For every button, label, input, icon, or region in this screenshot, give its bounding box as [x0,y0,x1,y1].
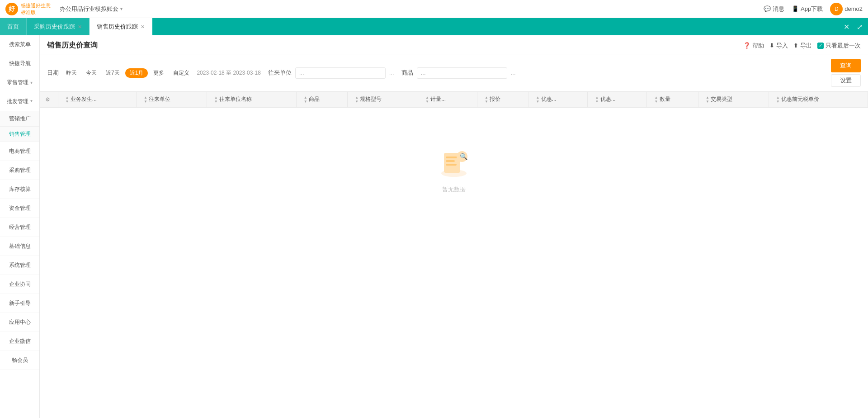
page-title: 销售历史价查询 [47,41,98,50]
only-last-checkbox[interactable]: ✓ [817,43,824,49]
user-avatar: D [830,3,843,15]
date-7days[interactable]: 近7天 [102,68,123,78]
help-label: 帮助 [752,42,764,50]
goods-filter-label: 商品 [401,69,413,77]
date-range: 2023-02-18 至 2023-03-18 [197,69,260,77]
sidebar-purchase-label: 采购管理 [9,166,31,174]
tab-sales-close[interactable]: ✕ [141,24,145,30]
sidebar-item-enterprise[interactable]: 企业协同 [0,275,39,294]
sidebar-item-operations[interactable]: 经营管理 [0,218,39,237]
th-partner-code[interactable]: ▲▼ 往来单位 [136,92,207,108]
user-area[interactable]: D demo2 [830,3,863,15]
sidebar-retail-label: 零售管理 [7,79,28,86]
th-pretax-price[interactable]: ▲▼ 优惠前无税单价 [769,92,868,108]
sidebar-item-marketing[interactable]: 营销推广 [0,111,39,127]
date-more[interactable]: 更多 [150,68,168,78]
sidebar-item-finance[interactable]: 资金管理 [0,199,39,218]
logo-area: 好 畅捷通好生意 标准版 [5,2,51,15]
date-custom[interactable]: 自定义 [170,68,193,78]
partner-input[interactable] [295,67,386,79]
sidebar-search-label: 搜索菜单 [9,41,31,48]
sidebar-item-wholesale[interactable]: 批发管理 ▴ [0,92,39,111]
partner-filter-label: 往来单位 [268,69,292,77]
th-discount2[interactable]: ▲▼ 优惠... [588,92,647,108]
import-icon: ⬇ [769,42,774,49]
import-button[interactable]: ⬇ 导入 [769,42,788,50]
sidebar-item-shortcut[interactable]: 快捷导航 [0,54,39,73]
empty-icon: 🔍 [436,144,472,180]
sidebar-item-guide[interactable]: 新手引导 [0,294,39,313]
sidebar-item-basic[interactable]: 基础信息 [0,237,39,256]
sidebar-item-app-center[interactable]: 应用中心 [0,313,39,332]
close-all-icon[interactable]: ✕ [842,21,851,33]
only-last-label: 只看最后一次 [826,42,861,50]
main-layout: 搜索菜单 快捷导航 零售管理 ▾ 批发管理 ▴ 营销推广 销售管理 电商管理 采… [0,35,868,418]
app-download-action[interactable]: 📱 App下载 [792,5,823,13]
query-button[interactable]: 查询 [831,59,861,72]
date-yesterday[interactable]: 昨天 [62,68,80,78]
partner-dots: ... [389,70,394,76]
sidebar-item-sales-mgmt[interactable]: 销售管理 [0,127,39,142]
sort-unit: ▲▼ [425,95,429,104]
sidebar-item-ecommerce[interactable]: 电商管理 [0,142,39,161]
app-download-icon: 📱 [792,5,799,12]
sidebar-item-member[interactable]: 畅会员 [0,351,39,370]
filter-area: 日期 昨天 今天 近7天 近1月 更多 自定义 2023-02-18 至 202… [40,54,868,92]
th-goods[interactable]: ▲▼ 商品 [296,92,347,108]
th-quote[interactable]: ▲▼ 报价 [477,92,528,108]
retail-arrow-icon: ▾ [30,80,33,85]
sidebar-item-search[interactable]: 搜索菜单 [0,35,39,54]
logo-text: 畅捷通好生意 标准版 [21,2,51,15]
sidebar-guide-label: 新手引导 [9,299,31,307]
tab-home-label: 首页 [7,23,19,31]
goods-dots: ... [511,70,516,76]
filter-actions: 查询 设置 [831,59,861,87]
tab-purchase[interactable]: 采购历史价跟踪 ✕ [27,18,90,35]
tab-bar: 首页 采购历史价跟踪 ✕ 销售历史价跟踪 ✕ ✕ ⤢ [0,18,868,35]
th-unit[interactable]: ▲▼ 计量... [418,92,477,108]
page-container: 销售历史价查询 ❓ 帮助 ⬇ 导入 ⬆ 导出 ✓ [40,35,868,418]
svg-rect-2 [446,157,458,158]
th-quantity[interactable]: ▲▼ 数量 [647,92,698,108]
sidebar-item-purchase[interactable]: 采购管理 [0,161,39,180]
export-button[interactable]: ⬆ 导出 [793,42,812,50]
sidebar-item-wechat[interactable]: 企业微信 [0,332,39,351]
app-download-label: App下载 [801,5,823,13]
date-filter-group: 日期 昨天 今天 近7天 近1月 更多 自定义 2023-02-18 至 202… [47,68,261,78]
only-last-checkbox-label[interactable]: ✓ 只看最后一次 [817,42,861,50]
app-title: 办公用品行业模拟账套 [60,5,118,13]
maximize-icon[interactable]: ⤢ [855,21,864,33]
tab-bar-actions: ✕ ⤢ [842,21,868,33]
sort-quote: ▲▼ [485,95,488,104]
app-title-area[interactable]: 办公用品行业模拟账套 ▾ [60,5,123,13]
help-button[interactable]: ❓ 帮助 [743,42,764,50]
tab-sales[interactable]: 销售历史价跟踪 ✕ [90,18,152,35]
th-settings[interactable]: ⚙ [40,92,58,108]
th-spec[interactable]: ▲▼ 规格型号 [348,92,418,108]
goods-input[interactable] [417,67,507,79]
header-right: 💬 消息 📱 App下载 D demo2 [764,3,863,15]
partner-filter-group: 往来单位 ... [268,67,394,79]
sidebar-item-inventory[interactable]: 库存核算 [0,180,39,199]
date-1month[interactable]: 近1月 [125,68,148,78]
empty-state: 🔍 暂无数据 [40,108,868,230]
th-partner-name[interactable]: ▲▼ 往来单位名称 [207,92,296,108]
help-icon: ❓ [743,42,750,49]
tab-purchase-close[interactable]: ✕ [78,24,82,30]
sidebar-item-system[interactable]: 系统管理 [0,256,39,275]
tab-home[interactable]: 首页 [0,18,27,35]
sidebar-item-retail[interactable]: 零售管理 ▾ [0,73,39,92]
data-table: ⚙ ▲▼ 业务发生... ▲▼ 往来单位 ▲▼ 往来单位名 [40,92,868,108]
content-area: 销售历史价查询 ❓ 帮助 ⬇ 导入 ⬆ 导出 ✓ [40,35,868,418]
sort-partner-name: ▲▼ [214,95,218,104]
tab-sales-label: 销售历史价跟踪 [97,23,138,31]
sidebar: 搜索菜单 快捷导航 零售管理 ▾ 批发管理 ▴ 营销推广 销售管理 电商管理 采… [0,35,40,418]
message-action[interactable]: 💬 消息 [764,5,784,13]
svg-text:🔍: 🔍 [460,153,468,161]
settings-button[interactable]: 设置 [831,74,861,87]
sidebar-member-label: 畅会员 [12,356,28,364]
th-trade-type[interactable]: ▲▼ 交易类型 [698,92,769,108]
th-discount1[interactable]: ▲▼ 优惠... [528,92,588,108]
th-biz-date[interactable]: ▲▼ 业务发生... [58,92,136,108]
date-today[interactable]: 今天 [82,68,100,78]
